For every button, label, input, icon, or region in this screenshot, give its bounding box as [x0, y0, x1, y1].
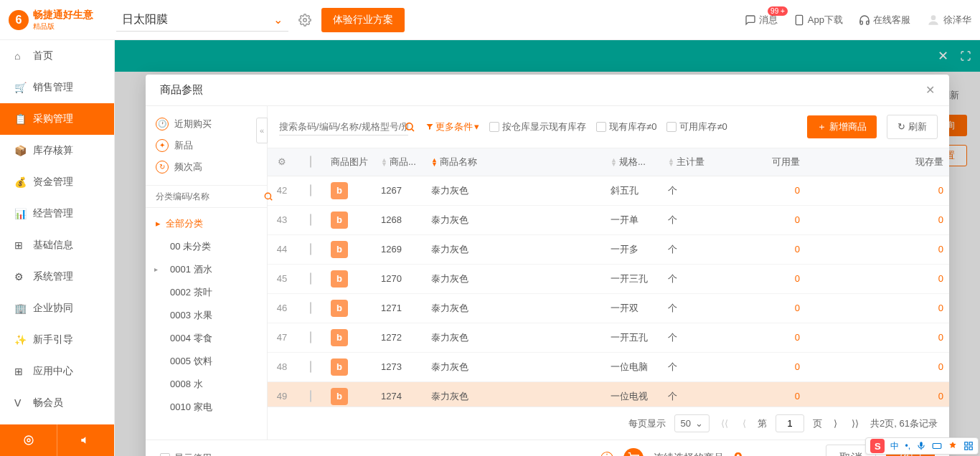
category-node[interactable]: 0005 饮料 [146, 350, 267, 373]
selected-count: 0 [734, 449, 743, 456]
logo[interactable]: 6 畅捷通好生意 精品版 [9, 9, 116, 32]
chevron-up-icon[interactable]: ︿ [753, 452, 763, 456]
add-product-button[interactable]: ＋ 新增商品 [807, 115, 877, 138]
category-search-input[interactable] [156, 191, 263, 201]
page-input[interactable] [776, 414, 804, 432]
sidebar-item-11[interactable]: V畅会员 [0, 387, 114, 419]
category-root[interactable]: 全部分类 [146, 212, 267, 235]
selected-label: 连续选择的商品 [654, 452, 724, 456]
nav-icon: ⌂ [14, 50, 26, 62]
product-image-icon: b [331, 270, 348, 288]
row-checkbox[interactable] [296, 352, 325, 381]
sidebar-item-3[interactable]: 📦库存核算 [0, 135, 114, 166]
chk-avail-nonzero[interactable]: 可用库存≠0 [666, 120, 727, 133]
cart-icon[interactable] [623, 448, 644, 456]
help-icon[interactable]: ⓘ [600, 450, 613, 456]
col-spec[interactable]: ▲▼规格... [605, 148, 662, 176]
sidebar-item-5[interactable]: 📊经营管理 [0, 198, 114, 229]
gear-icon[interactable] [298, 14, 311, 27]
sidebar-item-8[interactable]: 🏢企业协同 [0, 293, 114, 324]
col-stock[interactable]: 现存量 [806, 148, 949, 176]
per-page-label: 每页显示 [628, 417, 666, 430]
sidebar-item-2[interactable]: 📋采购管理 [0, 103, 114, 135]
table-row[interactable]: 45 b 1270 泰力灰色 一开三孔 个 0 0 [268, 264, 949, 293]
last-page-icon[interactable]: ⟩⟩ [849, 418, 862, 429]
product-image-icon: b [331, 388, 348, 405]
category-node[interactable]: 0001 酒水 [146, 258, 267, 281]
first-page-icon[interactable]: ⟨⟨ [718, 418, 731, 429]
table-row[interactable]: 49 b 1274 泰力灰色 一位电视 个 0 0 [268, 381, 949, 407]
ime-lang[interactable]: 中 [890, 440, 899, 452]
collapse-button[interactable] [0, 424, 57, 456]
chk-stock-nonzero[interactable]: 现有库存≠0 [596, 120, 656, 133]
refresh-button[interactable]: ↻ 刷新 [887, 115, 938, 139]
page-summary: 共2页, 61条记录 [870, 417, 938, 430]
table-row[interactable]: 48 b 1273 泰力灰色 一位电脑 个 0 0 [268, 352, 949, 381]
sidebar-item-1[interactable]: 🛒销售管理 [0, 72, 114, 103]
page-size-select[interactable]: 50 ⌄ [674, 414, 710, 432]
sidebar-item-6[interactable]: ⊞基础信息 [0, 229, 114, 261]
trial-button[interactable]: 体验行业方案 [321, 8, 405, 32]
row-checkbox[interactable] [296, 323, 325, 352]
close-icon[interactable]: ✕ [925, 83, 935, 97]
prev-page-icon[interactable]: ⟨ [740, 418, 749, 429]
quick-tab-1[interactable]: ✦新品 [156, 135, 257, 156]
sidebar-item-10[interactable]: ⊞应用中心 [0, 356, 114, 387]
search-icon[interactable] [404, 121, 415, 133]
sidebar-item-4[interactable]: 💰资金管理 [0, 166, 114, 198]
category-node[interactable]: 0008 水 [146, 373, 267, 396]
svg-marker-5 [81, 437, 85, 443]
col-image[interactable]: 商品图片 [325, 148, 375, 176]
chk-by-warehouse[interactable]: 按仓库显示现有库存 [489, 120, 586, 133]
service-link[interactable]: 在线客服 [859, 14, 910, 27]
col-name[interactable]: ▲▼商品名称 [425, 148, 605, 176]
row-checkbox[interactable] [296, 176, 325, 205]
sound-button[interactable] [57, 424, 114, 456]
col-checkbox[interactable] [296, 148, 325, 176]
svg-point-6 [265, 193, 270, 199]
table-row[interactable]: 42 b 1267 泰力灰色 斜五孔 个 0 0 [268, 176, 949, 205]
ime-mic-icon[interactable] [916, 441, 926, 451]
sidebar-item-9[interactable]: ✨新手引导 [0, 324, 114, 356]
quick-tab-2[interactable]: ↻频次高 [156, 156, 257, 178]
table-row[interactable]: 47 b 1272 泰力灰色 一开五孔 个 0 0 [268, 323, 949, 352]
category-node[interactable]: 0003 水果 [146, 304, 267, 327]
row-checkbox[interactable] [296, 264, 325, 293]
product-search-input[interactable] [279, 118, 408, 136]
svg-rect-13 [933, 444, 941, 449]
row-checkbox[interactable] [296, 293, 325, 323]
category-node[interactable]: 0004 零食 [146, 327, 267, 350]
sidebar-item-7[interactable]: ⚙系统管理 [0, 261, 114, 293]
messages-link[interactable]: 消息 99 + [745, 14, 778, 27]
collapse-handle[interactable]: « [256, 118, 268, 143]
col-avail[interactable]: 可用量 [712, 148, 806, 176]
show-disabled-checkbox[interactable]: 显示停用 [160, 452, 212, 456]
row-checkbox[interactable] [296, 205, 325, 234]
ime-punct-icon[interactable]: •, [905, 441, 910, 451]
user-profile[interactable]: 徐泽华 [926, 13, 971, 27]
checkbox-icon [666, 122, 677, 132]
svg-point-2 [931, 15, 936, 20]
table-row[interactable]: 46 b 1271 泰力灰色 一开双 个 0 0 [268, 293, 949, 323]
search-icon[interactable] [263, 191, 273, 201]
ime-skin-icon[interactable] [948, 441, 958, 451]
category-node[interactable]: 00 未分类 [146, 235, 267, 258]
sidebar-item-0[interactable]: ⌂首页 [0, 40, 114, 72]
row-checkbox[interactable] [296, 381, 325, 407]
ime-tool-icon[interactable] [963, 441, 974, 451]
ime-toolbar[interactable]: S 中 •, [865, 437, 979, 455]
col-code[interactable]: ▲▼商品... [375, 148, 425, 176]
app-download-link[interactable]: App下载 [793, 14, 843, 27]
next-page-icon[interactable]: ⟩ [831, 418, 840, 429]
ime-keyboard-icon[interactable] [932, 441, 942, 451]
row-checkbox[interactable] [296, 234, 325, 264]
category-node[interactable]: 0002 茶叶 [146, 281, 267, 304]
tenant-select[interactable]: 日太阳膜 ⌄ [116, 9, 288, 32]
quick-tab-0[interactable]: 🕐近期购买 [156, 113, 257, 135]
table-row[interactable]: 43 b 1268 泰力灰色 一开单 个 0 0 [268, 205, 949, 234]
more-conditions-link[interactable]: 更多条件▾ [425, 120, 479, 133]
col-settings[interactable]: ⚙ [268, 148, 296, 176]
col-unit[interactable]: ▲▼主计量 [662, 148, 712, 176]
category-node[interactable]: 0010 家电 [146, 396, 267, 419]
table-row[interactable]: 44 b 1269 泰力灰色 一开多 个 0 0 [268, 234, 949, 264]
